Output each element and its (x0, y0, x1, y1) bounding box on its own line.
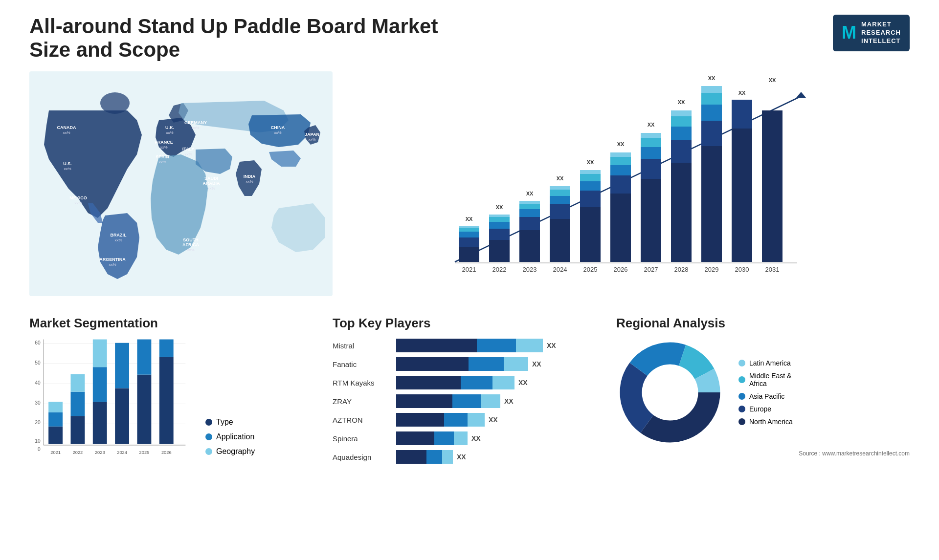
svg-text:XX: XX (587, 159, 594, 165)
svg-text:2026: 2026 (161, 450, 172, 455)
europe-label: Europe (749, 405, 771, 413)
svg-rect-37 (459, 237, 479, 247)
svg-text:AFRICA: AFRICA (182, 242, 199, 247)
page-title: All-around Stand Up Paddle Board Market … (29, 15, 470, 62)
svg-rect-124 (70, 416, 85, 444)
svg-rect-44 (489, 222, 510, 229)
player-row: ZRAY XX (333, 394, 597, 408)
svg-rect-128 (93, 402, 107, 444)
svg-text:ITALY: ITALY (182, 147, 195, 151)
svg-text:2025: 2025 (139, 450, 150, 455)
player-row: Spinera XX (333, 431, 597, 445)
mea-dot (738, 376, 745, 383)
segmentation-chart-wrap: 60 50 40 30 20 10 0 (29, 339, 313, 456)
svg-text:U.S.: U.S. (63, 161, 72, 166)
svg-text:50: 50 (35, 360, 41, 366)
latin-label: Latin America (749, 359, 791, 367)
svg-rect-40 (459, 226, 479, 228)
svg-rect-80 (671, 127, 692, 140)
svg-rect-78 (671, 163, 692, 262)
svg-text:XX: XX (738, 90, 746, 96)
regional-title: Regional Analysis (616, 316, 910, 331)
world-map: CANADA xx% U.S. xx% MEXICO xx% BRAZIL xx… (29, 71, 333, 296)
svg-rect-58 (550, 186, 570, 190)
apac-label: Asia Pacific (749, 392, 784, 400)
svg-text:XX: XX (557, 175, 564, 181)
player-xx: XX (518, 379, 528, 387)
player-bar-wrap: XX (396, 450, 597, 464)
svg-rect-48 (519, 230, 540, 262)
player-name: RTM Kayaks (333, 379, 391, 387)
svg-text:XX: XX (648, 122, 655, 128)
svg-rect-54 (550, 219, 570, 262)
map-container: CANADA xx% U.S. xx% MEXICO xx% BRAZIL xx… (29, 71, 333, 296)
svg-rect-138 (159, 357, 174, 444)
svg-text:xx%: xx% (246, 179, 253, 184)
page: All-around Stand Up Paddle Board Market … (0, 0, 939, 560)
svg-rect-93 (762, 110, 782, 262)
svg-point-1 (100, 92, 130, 114)
svg-rect-135 (137, 375, 151, 444)
player-bar-wrap: XX (396, 357, 597, 371)
reg-item-mea: Middle East &Africa (738, 372, 793, 388)
type-dot (205, 419, 212, 426)
bar-chart: XX XX XX XX (352, 76, 900, 281)
svg-rect-64 (580, 170, 601, 174)
svg-text:SOUTH: SOUTH (183, 237, 199, 242)
player-row: Aquadesign XX (333, 450, 597, 464)
player-bar-wrap: XX (396, 431, 597, 445)
donut-chart (616, 339, 724, 446)
logo-letter: M (842, 22, 856, 43)
chart-section: XX XX XX XX (342, 71, 910, 306)
svg-text:2025: 2025 (583, 266, 598, 273)
svg-text:2024: 2024 (117, 450, 127, 455)
svg-text:xx%: xx% (74, 201, 82, 205)
bottom-row: Market Segmentation 60 50 40 30 20 10 0 (29, 316, 910, 469)
reg-item-europe: Europe (738, 405, 793, 413)
svg-text:XX: XX (526, 191, 534, 196)
svg-rect-39 (459, 228, 479, 232)
reg-item-apac: Asia Pacific (738, 392, 793, 400)
svg-rect-70 (610, 152, 631, 157)
svg-rect-62 (580, 181, 601, 191)
svg-rect-51 (519, 204, 540, 209)
latin-dot (738, 360, 745, 366)
player-bar-wrap: XX (396, 376, 597, 389)
header: All-around Stand Up Paddle Board Market … (29, 15, 910, 62)
segmentation-chart: 60 50 40 30 20 10 0 (29, 339, 196, 456)
geography-dot (205, 448, 212, 455)
svg-text:U.K.: U.K. (165, 125, 174, 130)
svg-text:10: 10 (35, 438, 41, 444)
player-row: Fanatic XX (333, 357, 597, 371)
svg-rect-84 (701, 146, 722, 262)
svg-rect-79 (671, 140, 692, 163)
player-xx: XX (489, 416, 498, 424)
na-dot (738, 418, 745, 425)
svg-text:xx%: xx% (158, 160, 166, 164)
svg-text:40: 40 (35, 380, 41, 386)
svg-rect-46 (489, 215, 510, 217)
svg-rect-42 (489, 240, 510, 262)
svg-rect-132 (115, 388, 129, 444)
players-section: Top Key Players Mistral XX (333, 316, 597, 469)
svg-point-148 (643, 366, 697, 419)
svg-rect-74 (641, 147, 661, 159)
svg-rect-61 (580, 191, 601, 207)
type-label: Type (216, 418, 233, 427)
svg-text:20: 20 (35, 420, 41, 425)
svg-rect-121 (48, 412, 63, 427)
logo-box: M MARKET RESEARCH INTELLECT (833, 15, 910, 51)
svg-text:2024: 2024 (553, 266, 567, 273)
segmentation-section: Market Segmentation 60 50 40 30 20 10 0 (29, 316, 313, 469)
svg-text:SAUDI: SAUDI (204, 176, 218, 181)
svg-rect-133 (115, 343, 129, 388)
svg-rect-125 (70, 392, 85, 416)
svg-text:xx%: xx% (114, 238, 122, 242)
segmentation-legend: Type Application Geography (205, 418, 255, 456)
player-name: AZTRON (333, 416, 391, 424)
svg-rect-45 (489, 217, 510, 222)
player-row: Mistral XX (333, 339, 597, 352)
svg-text:XX: XX (769, 77, 776, 83)
svg-text:2026: 2026 (614, 266, 628, 273)
legend-type: Type (205, 418, 255, 427)
